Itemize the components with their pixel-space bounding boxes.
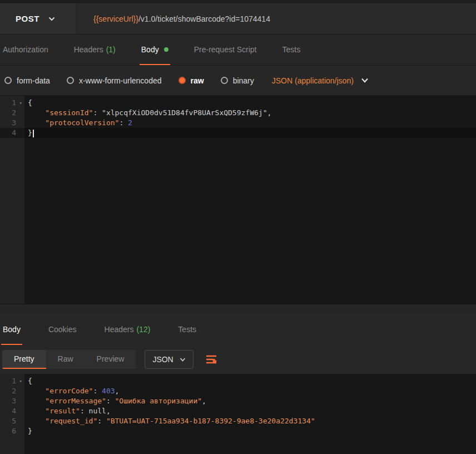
- mode-urlencoded[interactable]: x-www-form-urlencoded: [67, 76, 162, 85]
- editor-line[interactable]: 3 "protocolVersion": 2: [0, 118, 476, 128]
- code-text: "request_id": "BTUAT=UAT-715aa934-b187-8…: [24, 416, 315, 426]
- tab-response-tests[interactable]: Tests: [176, 315, 198, 345]
- tab-tests[interactable]: Tests: [281, 34, 303, 65]
- editor-line[interactable]: 3 "errorMessage": "Ошибка авторизации",: [0, 396, 476, 406]
- method-select[interactable]: POST: [0, 3, 77, 34]
- body-mode-row: form-data x-www-form-urlencoded raw bina…: [0, 66, 476, 96]
- tab-response-body[interactable]: Body: [1, 315, 22, 345]
- tab-label: Headers: [74, 45, 103, 54]
- line-number: 3: [12, 396, 16, 406]
- tab-label: Tests: [282, 45, 301, 54]
- editor-line[interactable]: 1▾{: [0, 376, 476, 386]
- line-number: 1: [12, 98, 16, 108]
- line-gutter: 2: [0, 386, 24, 396]
- response-body-editor[interactable]: 1▾{2 "errorCode": 403,3 "errorMessage": …: [0, 374, 476, 454]
- request-tabs: Authorization Headers(1) Body Pre-reques…: [0, 34, 476, 66]
- raw-button[interactable]: Raw: [46, 350, 85, 369]
- radio-urlencoded[interactable]: [67, 77, 74, 84]
- editor-line[interactable]: 5 "request_id": "BTUAT=UAT-715aa934-b187…: [0, 416, 476, 426]
- mode-label: raw: [191, 76, 204, 85]
- mode-form-data[interactable]: form-data: [4, 76, 50, 85]
- line-number: 1: [12, 376, 16, 386]
- editor-line[interactable]: 4}: [0, 128, 476, 138]
- line-gutter: 1▾: [0, 98, 24, 108]
- tab-label: Authorization: [3, 45, 48, 54]
- line-gutter: 3: [0, 396, 24, 406]
- text-cursor: [33, 130, 34, 137]
- tab-label: Pre-request Script: [194, 45, 257, 54]
- line-number: 2: [12, 386, 16, 396]
- line-number: 3: [12, 118, 16, 128]
- line-number: 4: [12, 128, 16, 138]
- editor-line[interactable]: 1▾{: [0, 98, 476, 108]
- line-number: 5: [12, 416, 16, 426]
- response-tabs: Body Cookies Headers(12) Tests: [0, 315, 476, 345]
- url-path: /v1.0/ticket/showBarcode?id=1074414: [138, 14, 270, 23]
- button-label: Preview: [97, 354, 125, 363]
- line-gutter: 5: [0, 416, 24, 426]
- request-url-bar: POST {{serviceUrl}}/v1.0/ticket/showBarc…: [0, 3, 476, 34]
- radio-form-data[interactable]: [4, 77, 12, 84]
- code-text: {: [24, 98, 32, 108]
- fold-caret-icon[interactable]: ▾: [16, 98, 22, 108]
- response-toolbar: Pretty Raw Preview JSON: [0, 345, 476, 374]
- line-gutter: 2: [0, 108, 24, 118]
- code-text: "errorCode": 403,: [24, 386, 119, 396]
- editor-line[interactable]: 6}: [0, 426, 476, 436]
- method-label: POST: [16, 14, 39, 23]
- code-text: "protocolVersion": 2: [24, 118, 132, 128]
- wrap-text-button[interactable]: [204, 352, 219, 367]
- chevron-down-icon: [180, 358, 186, 362]
- code-text: "result": null,: [24, 406, 111, 416]
- editor-line[interactable]: 4 "result": null,: [0, 406, 476, 416]
- tab-label: Tests: [178, 325, 196, 334]
- code-text: "errorMessage": "Ошибка авторизации",: [24, 396, 206, 406]
- code-text: "sessionId": "xlpcqfXiOD0dv51D84fvP8UArS…: [24, 108, 271, 118]
- headers-count-badge: (1): [106, 45, 116, 54]
- code-text: }: [24, 426, 32, 436]
- button-label: Raw: [58, 354, 73, 363]
- fold-caret-icon[interactable]: ▾: [16, 376, 22, 386]
- chevron-down-icon: [361, 78, 369, 83]
- line-gutter: 6: [0, 426, 24, 436]
- tab-cookies[interactable]: Cookies: [47, 315, 78, 345]
- mode-label: form-data: [17, 76, 50, 85]
- editor-line[interactable]: 2 "errorCode": 403,: [0, 386, 476, 396]
- tab-response-headers[interactable]: Headers(12): [103, 315, 152, 345]
- request-body-editor[interactable]: 1▾{2 "sessionId": "xlpcqfXiOD0dv51D84fvP…: [0, 96, 476, 304]
- line-gutter: 1▾: [0, 376, 24, 386]
- view-mode-group: Pretty Raw Preview: [2, 350, 136, 369]
- mode-raw[interactable]: raw: [178, 76, 204, 85]
- postman-window: POST {{serviceUrl}}/v1.0/ticket/showBarc…: [0, 0, 476, 454]
- section-divider: [0, 304, 476, 315]
- mode-label: x-www-form-urlencoded: [79, 76, 162, 85]
- tab-authorization[interactable]: Authorization: [1, 34, 50, 65]
- wrap-text-icon: [204, 352, 219, 367]
- headers-count-badge: (12): [136, 325, 150, 334]
- radio-raw-selected[interactable]: [178, 77, 186, 84]
- pretty-button[interactable]: Pretty: [2, 350, 46, 369]
- tab-headers[interactable]: Headers(1): [72, 34, 117, 65]
- preview-button[interactable]: Preview: [85, 350, 136, 369]
- url-variable: {{serviceUrl}}: [93, 14, 138, 23]
- line-number: 4: [12, 406, 16, 416]
- line-number: 2: [12, 108, 16, 118]
- mode-binary[interactable]: binary: [221, 76, 254, 85]
- content-type-label: JSON (application/json): [272, 76, 354, 85]
- line-number: 6: [12, 426, 16, 436]
- tab-body[interactable]: Body: [140, 34, 170, 65]
- chevron-down-icon: [48, 17, 55, 21]
- code-text: }: [24, 128, 34, 138]
- format-label: JSON: [152, 355, 173, 364]
- tab-prerequest-script[interactable]: Pre-request Script: [192, 34, 259, 65]
- radio-binary[interactable]: [221, 77, 228, 84]
- code-text: {: [24, 376, 32, 386]
- tab-label: Body: [3, 325, 21, 334]
- line-gutter: 4: [0, 128, 24, 138]
- line-gutter: 4: [0, 406, 24, 416]
- editor-line[interactable]: 2 "sessionId": "xlpcqfXiOD0dv51D84fvP8UA…: [0, 108, 476, 118]
- content-type-select[interactable]: JSON (application/json): [272, 76, 369, 85]
- url-input[interactable]: {{serviceUrl}}/v1.0/ticket/showBarcode?i…: [77, 3, 476, 34]
- response-format-select[interactable]: JSON: [145, 350, 193, 369]
- green-dot: [164, 47, 168, 52]
